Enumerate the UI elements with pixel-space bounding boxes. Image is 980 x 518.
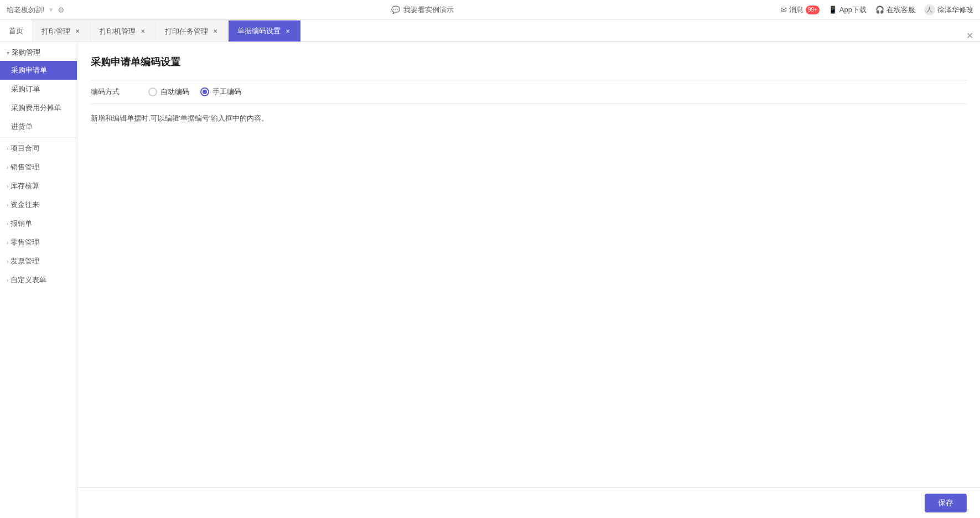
main-layout: ▾ 采购管理 采购申请单 采购订单 采购费用分摊单 进货单 › 项目合同 › 销… (0, 42, 980, 518)
tab-print-task-mgmt-label: 打印任务管理 (165, 27, 208, 37)
sidebar-item-sales-mgmt-label: 销售管理 (11, 162, 39, 172)
sidebar-item-project-contract-label: 项目合同 (11, 143, 39, 153)
tab-printer-mgmt-close[interactable]: ✕ (139, 28, 147, 35)
sidebar-item-project-contract[interactable]: › 项目合同 (0, 139, 77, 158)
sidebar-item-expense-report[interactable]: › 报销单 (0, 214, 77, 233)
top-bar-left: 给老板勿割! ▾ ⚙ (7, 5, 65, 15)
manual-code-radio-inner (203, 90, 207, 94)
page-title: 采购申请单编码设置 (91, 55, 967, 69)
coding-row: 编码方式 自动编码 手工编码 (91, 80, 967, 104)
manual-code-radio-label: 手工编码 (212, 87, 241, 97)
tab-print-task-mgmt-close[interactable]: ✕ (211, 28, 219, 35)
sidebar-item-invoice-mgmt[interactable]: › 发票管理 (0, 252, 77, 271)
coding-label: 编码方式 (91, 87, 135, 97)
sidebar-item-expense-report-label: 报销单 (11, 219, 32, 229)
sidebar-divider-1 (0, 137, 77, 138)
radio-group: 自动编码 手工编码 (148, 87, 241, 97)
manual-code-radio-outer (200, 87, 209, 96)
app-download-label: App下载 (839, 5, 867, 15)
sidebar-item-sales-mgmt[interactable]: › 销售管理 (0, 158, 77, 177)
tab-doc-code-settings-close[interactable]: ✕ (284, 27, 292, 35)
auto-code-radio[interactable]: 自动编码 (148, 87, 189, 97)
expense-report-arrow-icon: › (7, 221, 8, 227)
info-text: 新增和编辑单据时,可以编辑'单据编号'输入框中的内容。 (91, 113, 967, 125)
top-bar: 给老板勿割! ▾ ⚙ 💬 我要看实例演示 ✉ 消息 99+ 📱 App下载 🎧 … (0, 0, 980, 20)
sidebar: ▾ 采购管理 采购申请单 采购订单 采购费用分摊单 进货单 › 项目合同 › 销… (0, 42, 77, 518)
avatar: 人 (924, 4, 935, 15)
message-icon: ✉ (781, 6, 787, 14)
retail-mgmt-arrow-icon: › (7, 240, 8, 246)
close-icon: ✕ (966, 30, 973, 41)
message-badge: 99+ (806, 6, 820, 14)
tab-printer-mgmt[interactable]: 打印机管理 ✕ (91, 20, 156, 42)
sidebar-item-capital[interactable]: › 资金往来 (0, 195, 77, 214)
online-service-button[interactable]: 🎧 在线客服 (875, 5, 915, 15)
auto-code-radio-label: 自动编码 (160, 87, 189, 97)
tab-doc-code-settings[interactable]: 单据编码设置 ✕ (229, 20, 300, 42)
content-area: 采购申请单编码设置 编码方式 自动编码 手工编码 (77, 42, 980, 518)
message-label: 消息 (789, 5, 803, 15)
custom-form-arrow-icon: › (7, 277, 8, 283)
sidebar-item-custom-form-label: 自定义表单 (11, 275, 46, 285)
sidebar-group-procurement-label: 采购管理 (12, 48, 40, 58)
sidebar-item-purchase-request[interactable]: 采购申请单 (0, 61, 77, 80)
sidebar-group-procurement-title[interactable]: ▾ 采购管理 (0, 42, 77, 61)
procurement-arrow-icon: ▾ (7, 50, 9, 56)
sidebar-item-retail-mgmt[interactable]: › 零售管理 (0, 233, 77, 252)
tab-bar-spacer (300, 20, 960, 42)
sidebar-item-purchase-order-label: 采购订单 (11, 85, 40, 93)
sidebar-item-invoice-mgmt-label: 发票管理 (11, 256, 39, 266)
settings-icon[interactable]: ⚙ (58, 6, 65, 14)
project-contract-arrow-icon: › (7, 146, 8, 152)
message-button[interactable]: ✉ 消息 99+ (781, 5, 820, 15)
user-name: 徐泽华修改 (937, 5, 973, 15)
tab-doc-code-settings-label: 单据编码设置 (237, 26, 281, 36)
sidebar-item-purchase-order[interactable]: 采购订单 (0, 80, 77, 99)
demo-icon: 💬 (391, 6, 400, 14)
sales-mgmt-arrow-icon: › (7, 164, 8, 170)
app-download-button[interactable]: 📱 App下载 (828, 5, 867, 15)
tab-home[interactable]: 首页 (0, 20, 33, 42)
sidebar-item-purchase-request-label: 采购申请单 (11, 66, 47, 74)
manual-code-radio[interactable]: 手工编码 (200, 87, 241, 97)
invoice-mgmt-arrow-icon: › (7, 258, 8, 265)
sidebar-item-purchase-expense-label: 采购费用分摊单 (11, 103, 61, 112)
demo-link[interactable]: 💬 我要看实例演示 (391, 5, 454, 15)
sidebar-item-custom-form[interactable]: › 自定义表单 (0, 271, 77, 289)
tab-print-mgmt-label: 打印管理 (42, 27, 70, 37)
footer-bar: 保存 (77, 487, 980, 518)
tab-print-task-mgmt[interactable]: 打印任务管理 ✕ (156, 20, 229, 42)
inventory-arrow-icon: › (7, 183, 8, 189)
sidebar-item-retail-mgmt-label: 零售管理 (11, 237, 39, 247)
capital-arrow-icon: › (7, 202, 8, 208)
user-profile-button[interactable]: 人 徐泽华修改 (924, 4, 973, 15)
window-close-button[interactable]: ✕ (960, 30, 980, 42)
sidebar-item-purchase-expense[interactable]: 采购费用分摊单 (0, 99, 77, 117)
sidebar-group-procurement: ▾ 采购管理 采购申请单 采购订单 采购费用分摊单 进货单 (0, 42, 77, 136)
headset-icon: 🎧 (875, 6, 884, 14)
sidebar-item-capital-label: 资金往来 (11, 200, 39, 210)
sidebar-item-purchase-receipt-label: 进货单 (11, 122, 33, 131)
tab-print-mgmt[interactable]: 打印管理 ✕ (33, 20, 91, 42)
save-button[interactable]: 保存 (925, 494, 967, 512)
app-download-icon: 📱 (828, 6, 837, 14)
logo-text[interactable]: 给老板勿割! (7, 5, 45, 15)
demo-text: 我要看实例演示 (403, 5, 454, 15)
tab-printer-mgmt-label: 打印机管理 (100, 27, 136, 37)
tab-print-mgmt-close[interactable]: ✕ (74, 28, 81, 35)
online-service-label: 在线客服 (886, 5, 915, 15)
content-inner: 采购申请单编码设置 编码方式 自动编码 手工编码 (77, 42, 980, 487)
sidebar-item-purchase-receipt[interactable]: 进货单 (0, 117, 77, 136)
tab-bar: 首页 打印管理 ✕ 打印机管理 ✕ 打印任务管理 ✕ 单据编码设置 ✕ ✕ (0, 20, 980, 42)
auto-code-radio-outer (148, 87, 157, 96)
tab-home-label: 首页 (9, 26, 23, 36)
sidebar-item-inventory[interactable]: › 库存核算 (0, 177, 77, 195)
sidebar-item-inventory-label: 库存核算 (11, 181, 39, 191)
top-bar-divider: ▾ (49, 6, 53, 14)
top-bar-right: ✉ 消息 99+ 📱 App下载 🎧 在线客服 人 徐泽华修改 (781, 4, 973, 15)
